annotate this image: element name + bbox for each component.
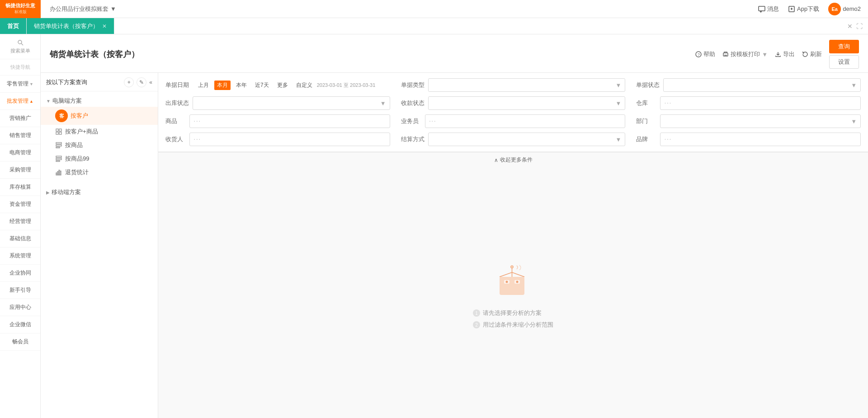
svg-rect-6 <box>723 53 728 56</box>
breadcrumb-text: 办公用品行业模拟账套 <box>50 5 108 13</box>
filter-receiver-control[interactable]: ··· <box>189 133 390 146</box>
app-download-button[interactable]: App下载 <box>788 5 819 13</box>
sidebar-item-marketing[interactable]: 营销推广 <box>0 110 40 127</box>
scheme-add-btn[interactable]: + <box>124 77 134 87</box>
date-tab-last7[interactable]: 近7天 <box>252 81 272 90</box>
settings-button[interactable]: 设置 <box>829 55 859 69</box>
sidebar-item-finance[interactable]: 资金管理 <box>0 196 40 213</box>
help-icon: ? <box>695 51 702 57</box>
tab-close-icon[interactable]: ✕ <box>102 23 107 29</box>
filter-staff-control[interactable]: ··· <box>425 114 626 128</box>
print-dropdown-icon[interactable]: ▼ <box>762 51 768 58</box>
filter-settle-label: 结算方式 <box>401 135 425 143</box>
export-button[interactable]: 导出 <box>775 50 795 58</box>
tree-group-desktop: ▼ 电脑端方案 客 按客户 按客户+商品 <box>41 91 158 183</box>
date-tab-custom[interactable]: 自定义 <box>293 81 315 90</box>
query-button[interactable]: 查询 <box>829 40 859 53</box>
tab-maximize-area: ✕ ⛶ <box>842 18 868 34</box>
staff-dots: ··· <box>429 117 436 125</box>
filter-row-3: 商品 ··· 业务员 ··· 部门 <box>165 114 861 128</box>
filter-warehouse-label: 仓库 <box>636 99 656 107</box>
tab-sales-stat[interactable]: 销货单统计表（按客户） ✕ <box>27 18 114 34</box>
sidebar-item-basic-info[interactable]: 基础信息 <box>0 230 40 247</box>
empty-text-item-1: 1 请先选择要分析的方案 <box>473 309 553 317</box>
filter-dept-label: 部门 <box>636 117 656 125</box>
sidebar-item-retail[interactable]: 零售管理 ▼ <box>0 76 40 93</box>
tree-group-mobile-label: 移动端方案 <box>52 188 81 196</box>
message-button[interactable]: 消息 <box>758 5 779 13</box>
collapse-bar[interactable]: ∧ 收起更多条件 <box>158 152 868 167</box>
print-button[interactable]: 按模板打印 ▼ <box>722 50 768 58</box>
sidebar-item-ecommerce-label: 电商管理 <box>9 149 31 157</box>
svg-rect-15 <box>56 158 61 160</box>
window-close-icon[interactable]: ✕ <box>847 23 853 30</box>
export-icon <box>775 51 781 57</box>
sidebar-item-operations[interactable]: 经营管理 <box>0 213 40 230</box>
date-tab-more[interactable]: 更多 <box>274 81 291 90</box>
tree-item-by-goods[interactable]: 按商品 <box>41 138 158 152</box>
svg-point-24 <box>506 281 508 283</box>
filter-shipment-item: 出库状态 ▼ <box>165 96 390 110</box>
shipment-chevron: ▼ <box>380 100 386 107</box>
sidebar-item-ecommerce[interactable]: 电商管理 <box>0 144 40 162</box>
sidebar-item-purchase[interactable]: 采购管理 <box>0 162 40 179</box>
tree-item-by-goods-label: 按商品 <box>65 141 83 149</box>
date-tab-this-month[interactable]: 本月 <box>214 81 231 90</box>
date-tab-this-year[interactable]: 本年 <box>233 81 250 90</box>
user-profile[interactable]: Ea demo2 <box>828 3 861 15</box>
help-button[interactable]: ? 帮助 <box>695 50 715 58</box>
scheme-edit-btn[interactable]: ✎ <box>137 77 146 87</box>
tree-group-mobile-header[interactable]: ▶ 移动端方案 <box>41 186 158 198</box>
sidebar-item-sales[interactable]: 销售管理 <box>0 127 40 144</box>
filter-row-2: 出库状态 ▼ 收款状态 ▼ <box>165 96 861 110</box>
date-tab-last-month[interactable]: 上月 <box>195 81 212 90</box>
order-status-chevron: ▼ <box>851 82 857 89</box>
filter-settle-control[interactable]: ▼ <box>428 133 626 146</box>
header-left: 畅捷信好生意 标准版 办公用品行业模拟账套 ▼ <box>0 0 116 18</box>
tree-expand-arrow: ▼ <box>46 99 51 104</box>
sidebar-item-enterprise[interactable]: 企业协同 <box>0 265 40 282</box>
sidebar-item-wholesale[interactable]: 批发管理 ▲ <box>0 93 40 110</box>
sidebar-item-inventory[interactable]: 库存核算 <box>0 179 40 196</box>
sidebar-item-member-label: 畅会员 <box>12 338 28 346</box>
breadcrumb-dropdown-icon[interactable]: ▼ <box>110 5 116 12</box>
svg-rect-10 <box>59 132 61 134</box>
svg-rect-0 <box>759 6 765 11</box>
tree-item-by-goods99-label: 按商品99 <box>65 155 89 163</box>
refresh-button[interactable]: 刷新 <box>802 50 822 58</box>
filter-order-status-control[interactable]: ▼ <box>663 78 861 92</box>
svg-rect-18 <box>57 171 58 175</box>
filter-staff-label: 业务员 <box>401 117 421 125</box>
filter-payment-control[interactable]: ▼ <box>428 96 626 110</box>
tree-item-by-goods99[interactable]: 按商品99 <box>41 152 158 166</box>
filter-goods-control[interactable]: ··· <box>189 114 390 128</box>
tree-item-by-customer[interactable]: 客 按客户 <box>41 107 158 125</box>
filter-receiver-item: 收货人 ··· <box>165 133 390 146</box>
svg-line-3 <box>21 43 23 45</box>
svg-rect-9 <box>56 132 58 134</box>
sidebar-item-wechat[interactable]: 企业微信 <box>0 316 40 333</box>
tree-item-return-stat[interactable]: 退货统计 <box>41 166 158 179</box>
collapse-label: 收起更多条件 <box>500 156 533 164</box>
filter-order-status-label: 单据状态 <box>636 81 660 89</box>
sidebar-item-system[interactable]: 系统管理 <box>0 247 40 265</box>
window-maximize-icon[interactable]: ⛶ <box>856 23 863 30</box>
filter-order-type-control[interactable]: ▼ <box>428 78 626 92</box>
sidebar-search[interactable]: 搜索菜单 <box>0 34 40 59</box>
svg-rect-17 <box>56 173 57 175</box>
sidebar-item-newbie[interactable]: 新手引导 <box>0 282 40 299</box>
filter-warehouse-item: 仓库 ··· <box>636 96 861 110</box>
filter-order-type-label: 单据类型 <box>401 81 425 89</box>
filter-shipment-control[interactable]: ▼ <box>193 96 390 110</box>
filter-brand-control[interactable]: ··· <box>660 133 861 146</box>
filter-warehouse-control[interactable]: ··· <box>660 96 861 110</box>
sidebar-item-member[interactable]: 畅会员 <box>0 333 40 351</box>
sidebar-item-appstore[interactable]: 应用中心 <box>0 299 40 316</box>
sidebar-item-retail-label: 零售管理 <box>7 80 28 88</box>
filter-dept-control[interactable]: ▼ <box>660 114 861 128</box>
tab-home[interactable]: 首页 <box>0 18 27 34</box>
scheme-collapse-btn[interactable]: « <box>149 79 152 86</box>
tree-group-desktop-header[interactable]: ▼ 电脑端方案 <box>41 95 158 107</box>
tree-item-customer-goods[interactable]: 按客户+商品 <box>41 125 158 138</box>
search-icon <box>17 39 24 46</box>
